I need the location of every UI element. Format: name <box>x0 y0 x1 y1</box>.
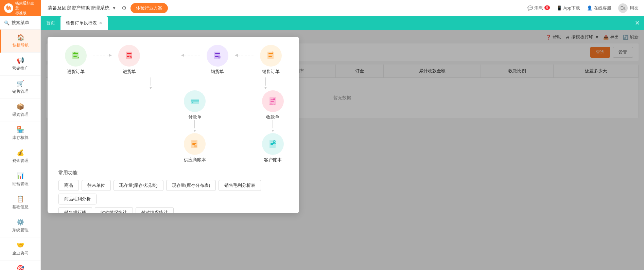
common-functions-title: 常用功能 <box>58 170 288 176</box>
operation-icon: 📊 <box>17 172 24 180</box>
flow-circle-receipt <box>262 90 284 112</box>
tab-close-all-btn[interactable]: ✕ <box>631 19 644 27</box>
sales-bill-down-connector: ▼ <box>243 77 288 90</box>
payment-label: 付款单 <box>188 114 202 120</box>
flow-diagram: 进货订单 ▶ <box>58 45 288 163</box>
flow-node-sales-bill[interactable]: 销货单 <box>200 45 235 75</box>
message-btn[interactable]: 💬 消息 6 <box>527 5 550 11</box>
flow-node-receipt[interactable]: 收款单 <box>258 90 288 120</box>
sidebar-item-finance[interactable]: 💰 资金管理 <box>0 145 40 168</box>
sidebar-item-basic[interactable]: 📋 基础信息 <box>0 191 40 214</box>
search-icon: 🔍 <box>4 20 10 25</box>
top-header: 畅 畅康通好生意 标准版 装备及固定资产辅助管理系统 ▼ ⚙ 体验行业方案 💬 … <box>0 0 644 16</box>
sidebar-item-sales[interactable]: 🛒 销售管理 <box>0 76 40 99</box>
connector-spacer-sales: ▶ <box>235 53 254 57</box>
common-btn-payment-stat[interactable]: 付款情况统计 <box>136 207 174 213</box>
common-functions-section: 常用功能 商品 往来单位 现存量(库存状况表) 现存量(库存分布表) 销售毛利分… <box>58 170 288 213</box>
experience-btn[interactable]: 体验行业方案 <box>130 3 168 13</box>
quick-nav-icon: 🏠 <box>17 34 24 41</box>
sidebar-item-newbie[interactable]: 🎯 新手引导 <box>0 260 40 270</box>
sidebar-item-operation[interactable]: 📊 经营管理 <box>0 168 40 191</box>
flow-node-customer-ledger[interactable]: 客户账本 <box>258 133 288 163</box>
flow-circle-customer <box>262 133 284 155</box>
flow-row-2: 付款单 <box>58 90 288 120</box>
tab-sales-order[interactable]: 销售订单执行表 ✕ <box>60 16 108 30</box>
sidebar-item-inventory[interactable]: 🏪 库存核算 <box>0 122 40 145</box>
common-btn-product[interactable]: 商品 <box>58 180 79 191</box>
common-btn-sales-rank[interactable]: 销售排行榜 <box>58 207 92 213</box>
logo-text: 畅康通好生意 标准版 <box>15 1 37 15</box>
flow-node-sales-order[interactable]: 销售订单 <box>254 45 288 75</box>
supplier-ledger-label: 供应商账本 <box>184 157 206 163</box>
common-btn-sales-gross[interactable]: 销售毛利分析表 <box>219 180 261 191</box>
connector-sales-order-to-bill: ▶ <box>181 53 200 57</box>
flow-row-1: 进货订单 ▶ <box>58 45 288 75</box>
enterprise-icon: 🤝 <box>17 241 24 249</box>
common-btn-receipt-stat[interactable]: 收款情况统计 <box>95 207 133 213</box>
user-name: 用友 <box>630 5 639 11</box>
content-area: 首页 销售订单执行表 ✕ ✕ ❓ 帮助 🖨 按模板打印 ▼ <box>41 16 644 270</box>
flow-circle-purchase-order <box>65 45 87 67</box>
down-arrow-4: ▼ <box>271 128 275 133</box>
online-service-btn[interactable]: 👤 在线客服 <box>587 5 611 11</box>
tab-home[interactable]: 首页 <box>41 16 60 30</box>
popup-card: 进货订单 ▶ <box>48 37 299 213</box>
purchase-icon: 📦 <box>17 103 24 110</box>
flow-circle-sales-order <box>260 45 282 67</box>
sidebar-item-enterprise[interactable]: 🤝 企业协同 <box>0 237 40 260</box>
newbie-icon: 🎯 <box>17 265 24 270</box>
svg-point-9 <box>273 98 275 100</box>
spacer-v4 <box>219 77 243 90</box>
flow-node-purchase-order[interactable]: 进货订单 <box>58 45 93 75</box>
sidebar-item-system[interactable]: ⚙️ 系统管理 <box>0 214 40 237</box>
sidebar-item-quick-nav[interactable]: 🏠 快捷导航 <box>1 30 40 53</box>
connector-purchase-order-to-bill: ▶ <box>93 53 112 57</box>
spacer-v5 <box>210 120 257 133</box>
sidebar-search[interactable]: 🔍 搜索菜单 <box>0 16 40 30</box>
svg-rect-6 <box>191 100 199 102</box>
flow-connectors-vertical-1: ▼ ▼ <box>58 77 288 90</box>
tab-close-btn[interactable]: ✕ <box>99 21 102 25</box>
arrow-icon-3: ▶ <box>235 53 238 57</box>
message-icon: 💬 <box>527 5 533 11</box>
marketing-icon: 📢 <box>17 57 24 64</box>
svg-rect-3 <box>218 56 221 58</box>
basic-icon: 📋 <box>17 195 24 203</box>
flow-node-supplier-ledger[interactable]: 供应商账本 <box>179 133 210 163</box>
flow-node-purchase-bill[interactable]: 进货单 <box>112 45 146 75</box>
sidebar-item-marketing[interactable]: 📢 营销推广 <box>0 53 40 76</box>
sidebar-item-purchase[interactable]: 📦 采购管理 <box>0 99 40 122</box>
receipt-down-connector: ▼ <box>258 120 288 133</box>
v-line-2 <box>265 77 266 86</box>
spacer-v1 <box>58 77 104 90</box>
common-btn-stock-status[interactable]: 现存量(库存状况表) <box>114 180 163 191</box>
system-dropdown-btn[interactable]: ▼ <box>112 6 116 11</box>
svg-rect-11 <box>194 145 197 147</box>
purchase-order-label: 进货订单 <box>67 69 85 75</box>
main-layout: 🔍 搜索菜单 🏠 快捷导航 📢 营销推广 🛒 销售管理 📦 采购管理 🏪 库存核… <box>0 16 644 270</box>
inventory-icon: 🏪 <box>17 126 24 133</box>
spacer-v2 <box>104 77 128 90</box>
common-btn-stock-dist[interactable]: 现存量(库存分布表) <box>166 180 216 191</box>
flow-circle-sales-bill <box>207 45 228 67</box>
finance-icon: 💰 <box>17 149 24 157</box>
service-icon: 👤 <box>587 5 592 11</box>
common-btn-product-gross[interactable]: 商品毛利分析 <box>58 194 97 204</box>
flow-node-payment[interactable]: 付款单 <box>179 90 210 120</box>
v-line-3 <box>194 120 195 128</box>
common-btn-partners[interactable]: 往来单位 <box>82 180 111 191</box>
sales-icon: 🛒 <box>17 80 24 87</box>
flow-circle-purchase-bill <box>118 45 140 67</box>
app-icon: 📱 <box>557 5 562 11</box>
sales-bill-label: 销货单 <box>211 69 224 75</box>
app-download-btn[interactable]: 📱 App下载 <box>557 5 580 11</box>
customer-ledger-label: 客户账本 <box>264 157 282 163</box>
common-buttons-row-2: 销售排行榜 收款情况统计 付款情况统计 <box>58 207 288 213</box>
arrow-icon-2: ▶ <box>181 53 184 57</box>
settings-icon-btn[interactable]: ⚙ <box>122 5 126 11</box>
purchase-bill-label: 进货单 <box>123 69 136 75</box>
flow-circle-payment <box>184 90 206 112</box>
tab-bar: 首页 销售订单执行表 ✕ ✕ <box>41 16 644 30</box>
message-badge: 6 <box>544 5 550 10</box>
v-line-4 <box>273 120 273 128</box>
